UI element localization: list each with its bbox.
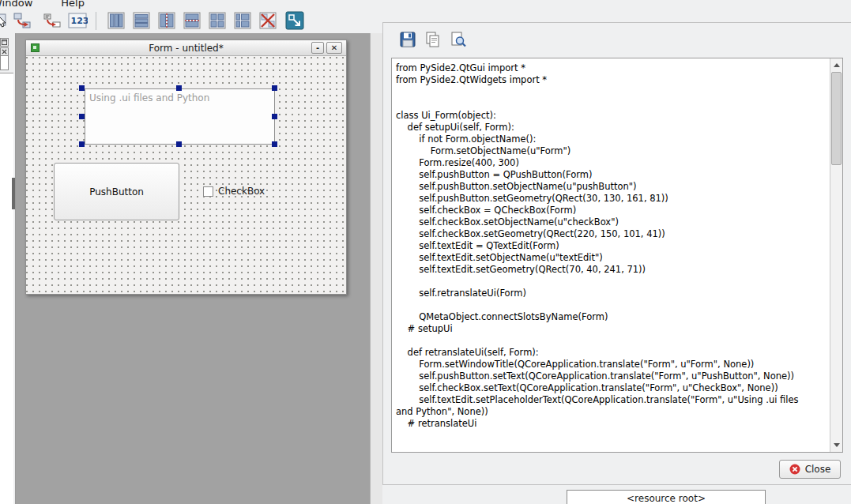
selection-handle-mid-left[interactable] bbox=[79, 114, 85, 119]
layout-form-button[interactable] bbox=[232, 9, 254, 32]
selection-handle-top-mid[interactable] bbox=[176, 85, 182, 91]
edit-signals-slots-icon bbox=[12, 10, 32, 31]
layout-vertical-splitter-button[interactable] bbox=[181, 9, 203, 32]
form-window-titlebar[interactable]: Form - untitled* - ✕ bbox=[26, 40, 346, 56]
selection-handle-mid-right[interactable] bbox=[272, 114, 277, 119]
form-close-button[interactable]: ✕ bbox=[326, 42, 342, 54]
edit-tab-order-button[interactable]: 123 bbox=[66, 9, 88, 32]
break-layout-icon bbox=[258, 10, 278, 31]
find-icon bbox=[450, 31, 467, 48]
selection-handle-bottom-mid[interactable] bbox=[176, 141, 182, 147]
find-button[interactable] bbox=[449, 30, 468, 49]
dock-float-icon bbox=[2, 39, 7, 45]
checkbox-label: CheckBox bbox=[218, 186, 265, 197]
copy-button[interactable] bbox=[424, 30, 442, 49]
code-view-frame: from PySide2.QtGui import * from PySide2… bbox=[391, 58, 843, 453]
edit-widgets-icon bbox=[0, 10, 10, 31]
dock-float-button[interactable] bbox=[0, 38, 9, 47]
adjust-size-button[interactable] bbox=[284, 9, 306, 32]
form-window-title: Form - untitled* bbox=[26, 43, 346, 54]
layout-horizontal-splitter-icon bbox=[156, 10, 177, 31]
resource-browser-fragment: <resource root> bbox=[567, 490, 766, 504]
layout-grid-icon bbox=[207, 10, 228, 31]
widget-box-list bbox=[0, 73, 13, 504]
selection-handle-bottom-left[interactable] bbox=[79, 141, 85, 147]
layout-vertical-button[interactable] bbox=[130, 9, 153, 32]
edit-widgets-button[interactable] bbox=[0, 9, 11, 32]
code-text: from PySide2.QtGui import * from PySide2… bbox=[392, 58, 830, 452]
edit-signals-slots-button[interactable] bbox=[11, 9, 33, 32]
qt-designer-app: { "colors": { "workspace_bg": "#a2a2a2",… bbox=[0, 0, 851, 504]
widget-box-dock-fragment bbox=[0, 33, 16, 504]
copy-icon bbox=[424, 31, 442, 48]
textedit-placeholder: Using .ui files and Python bbox=[89, 92, 209, 103]
adjust-size-icon bbox=[284, 10, 305, 31]
save-button[interactable] bbox=[398, 30, 417, 49]
scrollbar-down-arrow[interactable] bbox=[830, 439, 842, 451]
close-button-label: Close bbox=[805, 464, 831, 475]
svg-text:123: 123 bbox=[71, 16, 88, 26]
textedit-widget[interactable]: Using .ui files and Python bbox=[85, 88, 275, 145]
dock-scrollbar-handle[interactable] bbox=[12, 178, 15, 209]
form-minimize-button[interactable]: - bbox=[311, 42, 324, 54]
dock-close-icon bbox=[2, 49, 7, 55]
main-toolbar: 123 bbox=[0, 9, 379, 33]
edit-tab-order-icon: 123 bbox=[67, 10, 88, 31]
selection-handle-top-left[interactable] bbox=[79, 85, 85, 91]
save-icon bbox=[399, 31, 416, 48]
resource-root-item[interactable]: <resource root> bbox=[627, 493, 706, 504]
designer-form-window: Form - untitled* - ✕ Using .ui files and… bbox=[25, 39, 347, 295]
checkbox-indicator[interactable] bbox=[203, 186, 213, 197]
edit-buddies-icon bbox=[42, 10, 62, 31]
layout-horizontal-splitter-button[interactable] bbox=[156, 9, 178, 32]
layout-vertical-splitter-icon bbox=[182, 10, 202, 31]
layout-form-icon bbox=[232, 10, 253, 31]
scrollbar-handle[interactable] bbox=[831, 72, 842, 165]
checkbox-widget[interactable]: CheckBox bbox=[203, 185, 265, 197]
edit-buddies-button[interactable] bbox=[41, 9, 63, 32]
selection-handle-top-right[interactable] bbox=[272, 85, 277, 91]
layout-horizontal-icon bbox=[106, 10, 126, 31]
close-button[interactable]: Close bbox=[779, 460, 841, 479]
pushbutton-widget[interactable]: PushButton bbox=[54, 163, 179, 220]
code-scrollbar[interactable] bbox=[830, 58, 842, 452]
mdi-scrollbar[interactable] bbox=[370, 33, 382, 504]
code-preview-dialog: from PySide2.QtGui import * from PySide2… bbox=[382, 22, 851, 485]
scrollbar-up-arrow[interactable] bbox=[830, 59, 842, 71]
layout-vertical-icon bbox=[131, 10, 152, 31]
break-layout-button[interactable] bbox=[257, 9, 279, 32]
layout-grid-button[interactable] bbox=[206, 9, 228, 32]
close-button-icon bbox=[789, 464, 800, 475]
widget-box-filter-input[interactable] bbox=[0, 55, 9, 70]
toolbar-separator bbox=[96, 12, 96, 30]
layout-horizontal-button[interactable] bbox=[105, 9, 127, 32]
selection-handle-bottom-right[interactable] bbox=[272, 141, 277, 147]
